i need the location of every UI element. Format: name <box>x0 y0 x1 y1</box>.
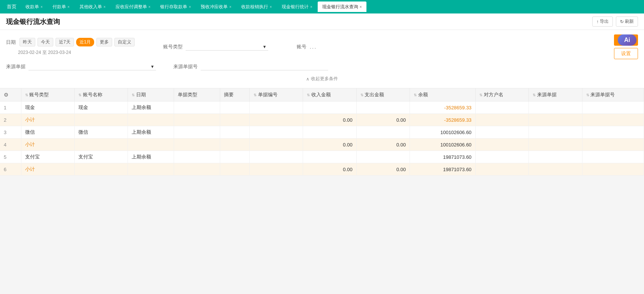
source-doc-select[interactable]: ▾ <box>29 63 156 70</box>
export-button[interactable]: ↑ 导出 <box>592 16 613 27</box>
cell-income <box>303 151 356 163</box>
cell-counterpart <box>476 139 529 151</box>
col-doc-no[interactable]: ⇅ 单据编号 <box>250 88 303 101</box>
date-btn-yesterday[interactable]: 昨天 <box>20 38 35 46</box>
source-doc-label: 来源单据 <box>6 63 26 70</box>
row-number: 6 <box>0 163 21 176</box>
cell-expense: 0.00 <box>356 163 410 176</box>
table-row: 5支付宝支付宝上期余额19871073.60 <box>0 151 644 163</box>
cell-account-name <box>75 139 128 151</box>
close-icon[interactable]: × <box>310 5 312 9</box>
cell-counterpart <box>476 114 529 126</box>
cell-date: 上期余额 <box>128 126 174 139</box>
cell-summary <box>220 151 249 163</box>
col-date[interactable]: ⇅ 日期 <box>128 88 174 101</box>
cell-source-doc-no <box>582 151 644 163</box>
nav-home[interactable]: 首页 <box>3 3 20 10</box>
date-btn-7days[interactable]: 近7天 <box>56 38 74 46</box>
cell-doc-type <box>174 163 220 176</box>
cell-summary <box>220 101 249 114</box>
account-type-select[interactable]: ▾ <box>186 43 268 51</box>
collapse-button[interactable]: ∧ 收起更多条件 <box>6 74 638 84</box>
table-container: ⚙ ⇅ 账号类型 ⇅ 账号名称 ⇅ 日期 单据类型 摘要 ⇅ 单据编号 ⇅ 收入… <box>0 88 644 176</box>
col-expense[interactable]: ⇅ 支出金额 <box>356 88 410 101</box>
cell-account-type: 小计 <box>21 139 74 151</box>
close-icon[interactable]: × <box>68 5 70 9</box>
export-icon: ↑ <box>596 19 599 24</box>
col-source-doc[interactable]: ⇅ 来源单据 <box>529 88 582 101</box>
close-icon[interactable]: × <box>189 5 191 9</box>
account-label: 账号 <box>297 43 306 50</box>
cell-summary <box>220 163 249 176</box>
cell-income: 0.00 <box>303 163 356 176</box>
date-btn-1month[interactable]: 近1月 <box>76 38 95 46</box>
col-counterpart[interactable]: ⇅ 对方户名 <box>476 88 529 101</box>
cell-income: 0.00 <box>303 114 356 126</box>
cell-source-doc <box>529 151 582 163</box>
date-btn-today[interactable]: 今天 <box>38 38 53 46</box>
cell-doc-type <box>174 114 220 126</box>
cell-summary <box>220 139 249 151</box>
nav-tab-0[interactable]: 收款单 × <box>21 1 47 12</box>
table-row: 2小计0.000.00-3528659.33 <box>0 114 644 126</box>
close-icon[interactable]: × <box>149 5 151 9</box>
table-header: ⚙ ⇅ 账号类型 ⇅ 账号名称 ⇅ 日期 单据类型 摘要 ⇅ 单据编号 ⇅ 收入… <box>0 88 644 101</box>
cell-account-type: 小计 <box>21 163 74 176</box>
col-account-type[interactable]: ⇅ 账号类型 <box>21 88 74 101</box>
nav-tab-8[interactable]: 现金银行流水查询 × <box>318 1 366 12</box>
cell-doc-type <box>174 126 220 139</box>
date-btn-more[interactable]: 更多 <box>96 38 112 46</box>
cell-income: 0.00 <box>303 139 356 151</box>
close-icon[interactable]: × <box>229 5 231 9</box>
filter-row-1: 日期 昨天 今天 近7天 近1月 更多 自定义 2023-02-24 至 202… <box>6 34 638 59</box>
account-type-label: 账号类型 <box>163 43 183 50</box>
date-btn-custom[interactable]: 自定义 <box>114 38 135 46</box>
cell-counterpart <box>476 151 529 163</box>
cell-balance: 100102606.60 <box>410 126 475 139</box>
cell-date: 上期余额 <box>128 101 174 114</box>
cell-date <box>128 163 174 176</box>
col-account-name[interactable]: ⇅ 账号名称 <box>75 88 128 101</box>
cell-account-type: 现金 <box>21 101 74 114</box>
close-icon[interactable]: × <box>104 5 106 9</box>
cell-expense: 0.00 <box>356 114 410 126</box>
cell-doc-no <box>250 114 303 126</box>
col-income[interactable]: ⇅ 收入金额 <box>303 88 356 101</box>
cell-account-type: 支付宝 <box>21 151 74 163</box>
row-number: 4 <box>0 139 21 151</box>
nav-tab-7[interactable]: 现金银行统计 × <box>277 1 317 12</box>
close-icon[interactable]: × <box>360 5 362 9</box>
col-balance[interactable]: ⇅ 余额 <box>410 88 475 101</box>
chevron-down-icon: ▾ <box>263 44 266 49</box>
close-icon[interactable]: × <box>41 5 43 9</box>
account-more-icon[interactable]: ... <box>309 43 317 50</box>
cell-source-doc <box>529 163 582 176</box>
cell-counterpart <box>476 101 529 114</box>
nav-tab-5[interactable]: 预收冲应收单 × <box>196 1 236 12</box>
settings-icon[interactable]: ⚙ <box>4 92 9 98</box>
col-gear[interactable]: ⚙ <box>0 88 21 101</box>
table-row: 6小计0.000.0019871073.60 <box>0 163 644 176</box>
nav-tab-2[interactable]: 其他收入单 × <box>75 1 110 12</box>
nav-tab-4[interactable]: 银行存取款单 × <box>156 1 195 12</box>
nav-tab-6[interactable]: 收款核销执行 × <box>237 1 276 12</box>
cell-source-doc <box>529 126 582 139</box>
source-doc-no-input[interactable] <box>201 63 328 70</box>
header-actions: ↑ 导出 ↻ 刷新 <box>592 16 638 27</box>
cell-source-doc-no <box>582 114 644 126</box>
ai-badge[interactable]: Ai <box>618 34 636 46</box>
cell-date <box>128 139 174 151</box>
close-icon[interactable]: × <box>270 5 272 9</box>
nav-tab-1[interactable]: 付款单 × <box>48 1 74 12</box>
col-source-doc-no[interactable]: ⇅ 来源单据号 <box>582 88 644 101</box>
cell-date: 上期余额 <box>128 151 174 163</box>
refresh-button[interactable]: ↻ 刷新 <box>616 16 638 27</box>
settings-button[interactable]: 设置 <box>614 48 638 59</box>
cell-account-name: 现金 <box>75 101 128 114</box>
cell-doc-no <box>250 151 303 163</box>
chevron-up-icon: ∧ <box>306 76 309 82</box>
nav-tab-3[interactable]: 应收应付调整单 × <box>111 1 155 12</box>
cell-summary <box>220 126 249 139</box>
cell-summary <box>220 114 249 126</box>
cell-doc-no <box>250 139 303 151</box>
